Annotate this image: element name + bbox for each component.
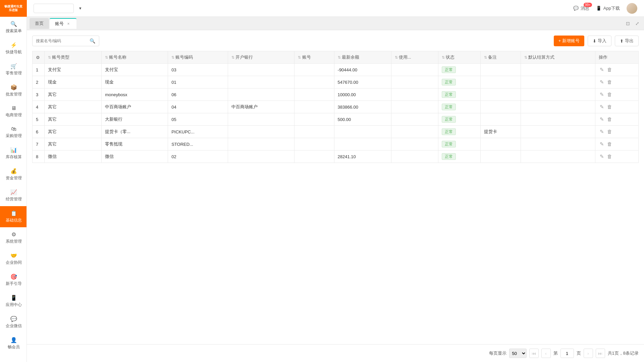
cell-account-4 [294,113,334,126]
cell-index-4: 5 [33,113,45,126]
cell-name-2: moneybosx [102,88,168,101]
tab-actions: ⊡ ⤢ [624,19,641,27]
col-status[interactable]: 状态 [438,51,480,64]
cell-usage-4 [391,113,438,126]
last-page-button[interactable]: ⏭ [596,349,605,358]
col-type[interactable]: 账号类型 [45,51,102,64]
finance-icon: 💰 [10,168,17,174]
delete-button-1[interactable]: 🗑 [607,79,612,85]
sidebar-item-system[interactable]: ⚙ 系统管理 [0,227,26,248]
cell-balance-2: 10000.00 [334,88,391,101]
sidebar-item-appcenter[interactable]: 📱 应用中心 [0,291,26,312]
tab-home[interactable]: 首页 [30,18,49,29]
cell-type-2: 其它 [45,88,102,101]
sidebar-item-basic[interactable]: 📋 基础信息 [0,206,26,227]
prev-page-button[interactable]: ‹ [541,349,551,358]
sidebar-item-ecommerce[interactable]: 🖥 电商管理 [0,101,26,122]
header-dropdown[interactable]: ▾ [79,6,82,11]
cell-code-7: 02 [168,150,228,163]
cell-actions-3: ✎ 🗑 [595,101,638,113]
main-area: ▾ 💬 消息 99+ 📱 App下载 首页 账号 × ⊡ ⤢ [27,0,644,362]
header-search-input[interactable] [34,4,74,13]
edit-button-3[interactable]: ✎ [600,104,604,110]
col-balance[interactable]: 最新余额 [334,51,391,64]
cell-account-6 [294,138,334,150]
user-avatar[interactable] [627,3,637,14]
sidebar-item-purchase[interactable]: 🛍 采购管理 [0,122,26,143]
sidebar-item-shortcut[interactable]: ⚡ 快捷导航 [0,38,26,59]
delete-button-4[interactable]: 🗑 [607,116,612,122]
sidebar-item-wholesale[interactable]: 📦 批发管理 [0,80,26,101]
cell-balance-0: -90444.00 [334,64,391,76]
ecommerce-icon: 🖥 [11,105,16,111]
cell-remark-4 [480,113,521,126]
sidebar-item-member[interactable]: 👤 畅会员 [0,333,26,354]
col-account[interactable]: 账号 [294,51,334,64]
table-row: 4 其它 中百商场账户 04 中百商场账户 383866.00 正常 ✎ 🗑 [33,101,639,113]
col-settlement[interactable]: 默认结算方式 [521,51,595,64]
edit-button-1[interactable]: ✎ [600,79,604,85]
pagination: 每页显示 50 100 200 ⏮ ‹ 第 页 › ⏭ 共1页，8条记录 [27,344,644,362]
cell-type-5: 其它 [45,126,102,138]
cell-actions-1: ✎ 🗑 [595,76,638,88]
status-badge: 正常 [442,141,456,147]
delete-button-6[interactable]: 🗑 [607,141,612,147]
add-account-button[interactable]: + 新增账号 [554,36,584,46]
delete-button-0[interactable]: 🗑 [607,67,612,72]
edit-button-7[interactable]: ✎ [600,154,604,159]
tab-expand-button[interactable]: ⤢ [633,19,641,27]
delete-button-2[interactable]: 🗑 [607,92,612,97]
delete-button-3[interactable]: 🗑 [607,104,612,110]
message-button[interactable]: 💬 消息 99+ [573,5,589,11]
tab-minimize-button[interactable]: ⊡ [624,19,632,27]
edit-button-0[interactable]: ✎ [600,67,604,72]
cell-settlement-5 [521,126,595,138]
tab-account[interactable]: 账号 × [50,18,76,29]
page-input[interactable] [560,349,574,358]
cell-bank-5 [228,126,294,138]
cell-name-1: 现金 [102,76,168,88]
search-input[interactable] [36,39,90,43]
per-page-select[interactable]: 50 100 200 [509,349,527,358]
inventory-icon: 📊 [10,147,17,153]
first-page-button[interactable]: ⏮ [529,349,539,358]
status-badge: 正常 [442,66,456,73]
table-row: 7 其它 零售抵现 STORED... 正常 ✎ 🗑 [33,138,639,150]
delete-button-7[interactable]: 🗑 [607,154,612,159]
sidebar-item-retail[interactable]: 🛒 零售管理 [0,59,26,80]
next-page-button[interactable]: › [584,349,593,358]
col-settings[interactable]: ⚙ [33,51,45,64]
download-button[interactable]: 📱 App下载 [596,5,620,11]
appcenter-icon: 📱 [10,295,17,301]
status-badge: 正常 [442,128,456,135]
dropdown-arrow: ▾ [79,6,82,11]
cell-type-6: 其它 [45,138,102,150]
import-icon: ⬇ [593,39,596,44]
col-name[interactable]: 账号名称 [102,51,168,64]
tab-close-icon[interactable]: × [66,21,71,26]
sidebar-item-guide[interactable]: 🎯 新手引导 [0,269,26,291]
status-badge: 正常 [442,91,456,98]
col-bank[interactable]: 开户银行 [228,51,294,64]
edit-button-4[interactable]: ✎ [600,116,604,122]
col-usage[interactable]: 使用... [391,51,438,64]
sidebar-item-wechat[interactable]: 💬 企业微信 [0,312,26,333]
col-code[interactable]: 账号编码 [168,51,228,64]
sidebar-item-finance[interactable]: 💰 资金管理 [0,164,26,185]
status-badge: 正常 [442,116,456,123]
export-button[interactable]: ⬆ 导出 [615,36,639,46]
sidebar-item-inventory[interactable]: 📊 库存核算 [0,143,26,164]
sidebar-label-wechat: 企业微信 [6,323,22,329]
delete-button-5[interactable]: 🗑 [607,129,612,134]
import-button[interactable]: ⬇ 导入 [588,36,611,46]
edit-button-6[interactable]: ✎ [600,141,604,147]
sidebar-item-operation[interactable]: 📈 经营管理 [0,185,26,206]
edit-button-2[interactable]: ✎ [600,92,604,97]
col-remark[interactable]: 备注 [480,51,521,64]
sidebar-label-wholesale: 批发管理 [6,92,22,97]
edit-button-5[interactable]: ✎ [600,129,604,134]
agreement-icon: 🤝 [10,252,17,259]
sidebar-item-search[interactable]: 🔍 搜索菜单 [0,17,26,38]
cell-index-6: 7 [33,138,45,150]
sidebar-item-agreement[interactable]: 🤝 企业协同 [0,248,26,269]
